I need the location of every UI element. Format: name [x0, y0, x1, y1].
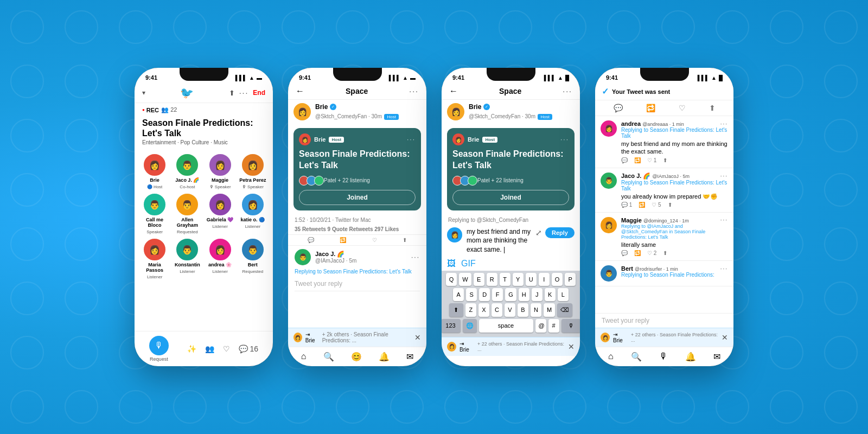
more-icon-p2[interactable]: ···: [409, 87, 419, 95]
p3-text-area[interactable]: my best friend and my mom are thinking t…: [467, 227, 531, 254]
retweet-action-j[interactable]: 🔁: [639, 202, 645, 208]
sparkle-icon[interactable]: ✨: [187, 344, 196, 353]
bert-avatar-p4[interactable]: 👨: [601, 265, 617, 282]
jaco-avatar-p4[interactable]: 👨: [601, 173, 617, 189]
key-x[interactable]: X: [478, 303, 489, 317]
like-action-a[interactable]: ♡ 1: [647, 157, 656, 163]
key-space[interactable]: space: [479, 319, 533, 333]
key-c[interactable]: C: [492, 303, 502, 317]
key-u[interactable]: U: [526, 273, 537, 286]
key-o[interactable]: O: [552, 273, 563, 286]
key-w[interactable]: W: [459, 273, 471, 286]
bell-icon-p2[interactable]: 🔔: [379, 352, 390, 362]
avatar-konstantin[interactable]: 👨 Konstantin Listener: [173, 238, 202, 279]
key-q[interactable]: Q: [446, 273, 457, 286]
key-t[interactable]: T: [500, 273, 510, 286]
like-action-m[interactable]: ♡ 2: [647, 250, 656, 256]
back-arrow-icon-p3[interactable]: ←: [449, 86, 458, 96]
mail-icon-p4[interactable]: ✉: [713, 352, 720, 362]
retweet-action-a[interactable]: 🔁: [634, 157, 641, 163]
expand-icon-p3[interactable]: ⤢: [535, 228, 542, 237]
request-label[interactable]: Request: [150, 356, 168, 362]
reply-placeholder-p2[interactable]: Tweet your reply: [295, 280, 420, 291]
key-f[interactable]: F: [492, 288, 503, 301]
space-card-p3[interactable]: 👩 Brie Host ··· Season Finale Prediction…: [447, 128, 575, 210]
host-avatar-p2[interactable]: 👩: [293, 103, 311, 120]
upload-icon[interactable]: ⬆: [229, 89, 235, 97]
close-banner-icon-p4[interactable]: ✕: [722, 333, 728, 342]
avatar-brie[interactable]: 👩 Brie 🔵Host: [140, 153, 169, 189]
host-avatar-p3[interactable]: 👩: [447, 103, 464, 120]
andrea-avatar-p4[interactable]: 👩: [601, 120, 617, 137]
avatar-bert[interactable]: 👨 Bert Requested: [238, 238, 267, 279]
key-at[interactable]: @: [535, 319, 546, 333]
key-k[interactable]: K: [545, 288, 556, 301]
people-icon[interactable]: 👥: [205, 344, 214, 353]
key-n[interactable]: N: [531, 303, 541, 317]
reply-text-p3[interactable]: my best friend and my mom are thinking t…: [467, 227, 531, 254]
key-j[interactable]: J: [532, 288, 542, 301]
share-icon-p4[interactable]: ⬆: [709, 104, 716, 112]
comment-action-a[interactable]: 💬: [621, 157, 628, 163]
retweet-action-m[interactable]: 🔁: [634, 250, 641, 256]
home-icon-p4[interactable]: ⌂: [608, 352, 614, 362]
heart-icon[interactable]: ♡: [223, 344, 230, 353]
comment-action-m[interactable]: 💬: [621, 250, 628, 256]
more-icon-p3[interactable]: ···: [563, 87, 572, 95]
avatar-allen[interactable]: 👨 Allen Grayham Requested: [173, 193, 202, 234]
avatar-maggie[interactable]: 👩 Maggie 🎙 Speaker: [206, 153, 235, 189]
share-action[interactable]: ⬆: [403, 237, 407, 243]
bell-icon-p4[interactable]: 🔔: [685, 352, 696, 362]
avatar-andrea[interactable]: 👩 andrea 🌸 Listener: [206, 238, 235, 279]
key-g[interactable]: G: [505, 288, 516, 301]
key-m[interactable]: M: [544, 303, 555, 317]
bottom-banner-p3[interactable]: 👩 ⇥ Brie + 22 others · Season Finale Pre…: [442, 337, 580, 356]
key-l[interactable]: L: [558, 288, 569, 301]
retweet-action[interactable]: 🔁: [340, 237, 346, 243]
emoji-icon-p2[interactable]: 😊: [351, 352, 362, 362]
search-icon-p2[interactable]: 🔍: [323, 352, 334, 362]
like-action[interactable]: ♡: [372, 237, 377, 243]
mic-icon-p4[interactable]: 🎙: [659, 352, 668, 362]
jaco-avatar-p2[interactable]: 👨: [295, 249, 311, 265]
home-icon-p2[interactable]: ⌂: [301, 352, 307, 362]
key-r[interactable]: R: [487, 273, 497, 286]
key-s[interactable]: S: [466, 288, 477, 301]
key-shift[interactable]: ⬆: [449, 303, 463, 317]
key-mic[interactable]: 🎙: [561, 319, 580, 333]
back-arrow-icon[interactable]: ←: [296, 86, 304, 96]
share-action-j[interactable]: ⬆: [668, 202, 672, 208]
retweet-icon-p4[interactable]: 🔁: [646, 104, 655, 112]
key-a[interactable]: A: [453, 288, 464, 301]
tweet-more-icon[interactable]: ···: [411, 253, 420, 261]
avatar-petra[interactable]: 👩 Petra Perez 🎙 Speaker: [238, 153, 267, 189]
key-backspace[interactable]: ⌫: [557, 303, 572, 317]
comment-action-j[interactable]: 💬 1: [621, 202, 632, 208]
key-e[interactable]: E: [474, 273, 484, 286]
bottom-banner-p2[interactable]: 👩 ⇥ Brie + 2k others · Season Finale Pre…: [288, 328, 426, 347]
share-action-m[interactable]: ⬆: [663, 250, 667, 256]
close-banner-icon[interactable]: ✕: [414, 333, 421, 342]
mail-icon-p2[interactable]: ✉: [406, 352, 413, 362]
more-icon-tweet1[interactable]: ···: [720, 121, 728, 127]
search-icon-p4[interactable]: 🔍: [631, 352, 642, 362]
key-123[interactable]: 123: [442, 319, 461, 333]
more-icon-tweet2[interactable]: ···: [720, 173, 728, 179]
more-icon-card[interactable]: ···: [407, 136, 416, 143]
share-action-a[interactable]: ⬆: [663, 157, 667, 163]
chat-icon[interactable]: 💬 16: [239, 344, 258, 353]
end-button[interactable]: End: [253, 89, 265, 97]
key-v[interactable]: V: [505, 303, 515, 317]
avatar-jaco[interactable]: 👨 Jaco J. 🌈 Co-host: [173, 153, 202, 189]
maggie-avatar-p4[interactable]: 👩: [601, 217, 617, 233]
key-hash[interactable]: #: [548, 319, 559, 333]
key-b[interactable]: B: [518, 303, 528, 317]
comment-action[interactable]: 💬: [308, 237, 314, 243]
key-y[interactable]: Y: [513, 273, 524, 286]
key-globe[interactable]: 🌐: [463, 319, 477, 333]
like-action-j[interactable]: ♡ 5: [652, 202, 661, 208]
mic-button[interactable]: 🎙: [149, 336, 169, 355]
reply-button-p3[interactable]: Reply: [545, 227, 575, 238]
bottom-banner-p4[interactable]: 👩 ⇥ Brie + 22 others · Season Finale Pre…: [595, 328, 733, 347]
space-card-p2[interactable]: 👩 Brie Host ··· Season Finale Prediction…: [293, 128, 421, 210]
